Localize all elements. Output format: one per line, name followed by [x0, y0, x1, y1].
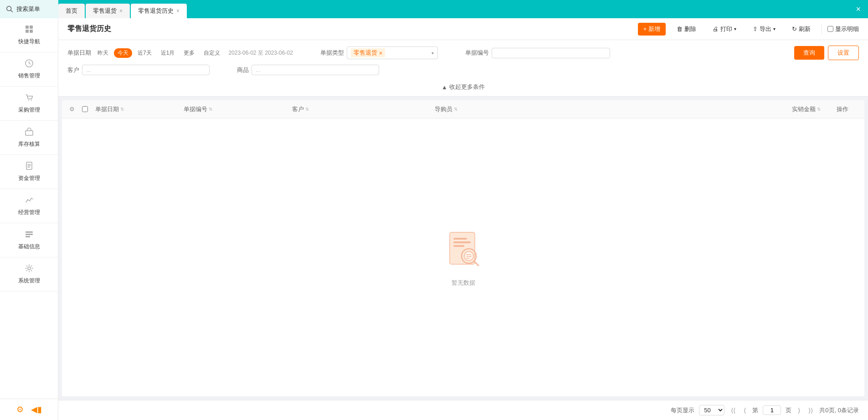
th-customer[interactable]: 客户 ⇅	[288, 105, 431, 113]
export-button[interactable]: ⇧ 导出 ▾	[747, 23, 781, 36]
th-date[interactable]: 单据日期 ⇅	[92, 105, 180, 113]
sidebar-item-sales[interactable]: 销售管理	[0, 52, 58, 87]
print-icon: 🖨	[713, 26, 719, 32]
filter-row-1: 单据日期 昨天 今天 近7天 近1月 更多 自定义 2023-06-02 至 2…	[67, 46, 859, 60]
svg-point-7	[28, 100, 29, 101]
th-op: 操作	[824, 105, 861, 113]
refresh-button[interactable]: ↻ 刷新	[786, 23, 816, 36]
sidebar-bottom: ⚙ ◀▮	[0, 399, 58, 420]
th-date-sort-icon: ⇅	[120, 107, 124, 112]
print-button[interactable]: 🖨 打印 ▾	[707, 23, 742, 36]
sidebar-item-system[interactable]: 系统管理	[0, 257, 58, 292]
print-arrow-icon: ▾	[734, 26, 736, 31]
sidebar-item-basic-info[interactable]: 基础信息	[0, 223, 58, 257]
empty-illustration	[441, 228, 486, 273]
page-number-input[interactable]	[763, 405, 781, 415]
th-customer-sort-icon: ⇅	[305, 107, 309, 112]
svg-rect-2	[26, 26, 29, 29]
th-op-label: 操作	[837, 105, 848, 113]
page-prev-button[interactable]: ⟨	[742, 406, 748, 415]
tab-home-label: 首页	[66, 7, 77, 15]
export-icon: ⇧	[753, 26, 758, 32]
sidebar-item-purchase[interactable]: 采购管理	[0, 87, 58, 121]
main-layout: 快捷导航 销售管理 采购管理 库存核算 资金管理	[0, 18, 868, 420]
collapse-label: 收起更多条件	[449, 83, 485, 91]
date-option-custom[interactable]: 自定义	[200, 48, 224, 58]
table-area: ⚙ 单据日期 ⇅ 单据编号 ⇅ 客户 ⇅ 导购员 ⇅	[62, 100, 864, 396]
delete-button[interactable]: 🗑 删除	[671, 23, 702, 36]
collapse-button[interactable]: ▲ 收起更多条件	[437, 82, 489, 92]
top-bar-right: ×	[856, 5, 868, 14]
date-filter-item: 单据日期 昨天 今天 近7天 近1月 更多 自定义 2023-06-02 至 2…	[67, 48, 293, 58]
page-next-button[interactable]: ⟩	[796, 406, 802, 415]
settings-button[interactable]: 设置	[828, 46, 859, 60]
bill-type-tag-remove[interactable]: ×	[379, 50, 383, 56]
date-options: 昨天 今天 近7天 近1月 更多 自定义	[94, 48, 224, 58]
sidebar-item-basic-info-label: 基础信息	[18, 243, 40, 251]
sidebar-item-system-label: 系统管理	[18, 277, 40, 285]
top-tabs: 首页 零售退货 × 零售退货历史 ×	[58, 0, 856, 18]
export-arrow-icon: ▾	[773, 26, 776, 31]
table-select-all[interactable]	[78, 106, 92, 112]
page-size-select[interactable]: 50 100 200	[699, 405, 724, 415]
sidebar-item-inventory[interactable]: 库存核算	[0, 121, 58, 155]
bill-no-input[interactable]	[492, 48, 610, 58]
page-first-button[interactable]: ⟨⟨	[729, 406, 737, 415]
tab-return-close[interactable]: ×	[119, 8, 123, 14]
customer-placeholder: ...	[86, 67, 91, 73]
svg-point-14	[28, 267, 31, 270]
svg-rect-9	[26, 131, 33, 135]
th-billno-sort-icon: ⇅	[209, 107, 212, 112]
goods-filter-item: 商品 ...	[237, 65, 379, 75]
window-close-button[interactable]: ×	[856, 5, 861, 14]
page-last-button[interactable]: ⟩⟩	[806, 406, 815, 415]
sidebar-item-operations[interactable]: 经营管理	[0, 189, 58, 223]
sidebar: 快捷导航 销售管理 采购管理 库存核算 资金管理	[0, 18, 58, 420]
th-billno[interactable]: 单据编号 ⇅	[180, 105, 288, 113]
bill-type-select[interactable]: 零售退货 × ▾	[347, 46, 438, 59]
th-guide[interactable]: 导购员 ⇅	[431, 105, 539, 113]
system-icon	[25, 264, 34, 275]
goods-input[interactable]: ...	[252, 65, 379, 75]
select-all-checkbox[interactable]	[82, 106, 88, 112]
page-size-label: 每页显示	[671, 406, 694, 415]
date-option-1month[interactable]: 近1月	[157, 48, 179, 58]
show-detail-checkbox[interactable]	[827, 26, 833, 32]
finance-icon	[25, 161, 34, 173]
page-unit: 页	[786, 406, 791, 415]
sidebar-item-quick-nav-label: 快捷导航	[18, 38, 40, 46]
header-divider	[822, 25, 822, 34]
customer-filter-item: 客户 ...	[67, 65, 210, 75]
tab-return-history-close[interactable]: ×	[176, 8, 180, 14]
svg-rect-13	[26, 236, 30, 237]
date-option-more[interactable]: 更多	[180, 48, 198, 58]
bill-type-filter-item: 单据类型 零售退货 × ▾	[320, 46, 438, 59]
customer-input[interactable]: ...	[82, 65, 210, 75]
sidebar-item-operations-label: 经营管理	[18, 209, 40, 216]
date-option-7days[interactable]: 近7天	[134, 48, 155, 58]
th-date-label: 单据日期	[95, 105, 119, 113]
query-button[interactable]: 查询	[794, 46, 824, 60]
tab-return-history[interactable]: 零售退货历史 ×	[131, 4, 187, 18]
date-option-today[interactable]: 今天	[114, 48, 132, 58]
settings-bottom-icon[interactable]: ⚙	[16, 405, 24, 415]
search-menu[interactable]: 搜索菜单	[0, 0, 58, 18]
th-amount[interactable]: 实销金额 ⇅	[750, 105, 824, 113]
customer-filter-label: 客户	[67, 66, 79, 74]
tab-return[interactable]: 零售退货 ×	[86, 4, 130, 18]
goods-placeholder: ...	[256, 67, 261, 73]
sidebar-item-inventory-label: 库存核算	[18, 140, 40, 148]
date-option-yesterday[interactable]: 昨天	[94, 48, 112, 58]
date-range-display: 2023-06-02 至 2023-06-02	[228, 49, 293, 57]
table-settings-icon[interactable]: ⚙	[66, 106, 78, 113]
svg-point-8	[31, 100, 32, 101]
show-detail-checkbox-label[interactable]: 显示明细	[827, 25, 859, 33]
tab-return-history-label: 零售退货历史	[138, 7, 174, 15]
header-actions: + 新增 🗑 删除 🖨 打印 ▾ ⇧ 导出 ▾ ↻ 刷新	[638, 23, 859, 36]
sidebar-item-quick-nav[interactable]: 快捷导航	[0, 18, 58, 52]
tab-home[interactable]: 首页	[58, 4, 85, 18]
date-filter-label: 单据日期	[67, 49, 91, 57]
audio-bottom-icon[interactable]: ◀▮	[31, 405, 42, 415]
sidebar-item-finance[interactable]: 资金管理	[0, 155, 58, 189]
new-button[interactable]: + 新增	[638, 23, 666, 36]
